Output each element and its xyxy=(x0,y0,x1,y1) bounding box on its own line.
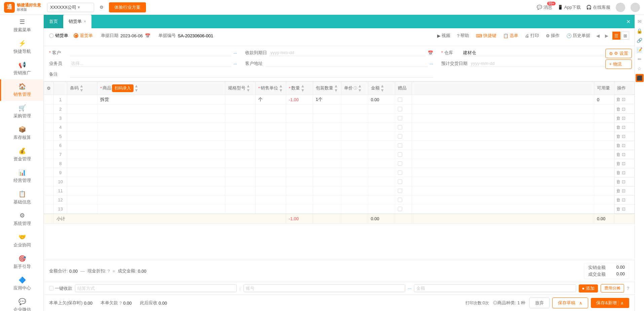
cell-amount-3[interactable] xyxy=(368,123,395,132)
cell-price-4[interactable] xyxy=(341,132,368,141)
one-click-pay-checkbox[interactable]: 一键收款 xyxy=(49,285,72,291)
cell-pkg-qty-8[interactable] xyxy=(313,168,341,177)
cell-amount-6[interactable] xyxy=(368,150,395,159)
tab-home[interactable]: 首页 xyxy=(44,15,63,28)
cell-barcode-7[interactable] xyxy=(67,159,98,168)
cell-price-5[interactable] xyxy=(341,141,368,150)
radio-sales-order[interactable]: 销货单 xyxy=(49,33,68,39)
sidebar-item-quick-nav[interactable]: ⚡ 快捷导航 xyxy=(0,36,43,58)
sidebar-item-search[interactable]: ☰ 搜索菜单 xyxy=(0,15,43,36)
delete-icon-4[interactable]: 🗑 xyxy=(616,134,620,139)
cell-spec-1[interactable] xyxy=(225,105,255,114)
save-draft-button[interactable]: 保存草稿 ∧ xyxy=(552,298,588,308)
cell-spec-9[interactable] xyxy=(225,177,255,186)
trial-button[interactable]: 体验行业方案 xyxy=(109,2,146,12)
cell-barcode-11[interactable] xyxy=(67,195,98,204)
sidebar-item-system[interactable]: ⚙ 系统管理 xyxy=(0,208,43,230)
cell-product-11[interactable] xyxy=(98,195,225,204)
save-draft-chevron-icon[interactable]: ∧ xyxy=(577,301,582,306)
cell-product-1[interactable] xyxy=(98,105,225,114)
delete-icon-8[interactable]: 🗑 xyxy=(616,170,620,175)
cell-product-9[interactable] xyxy=(98,177,225,186)
cell-pkg-qty-1[interactable] xyxy=(313,105,341,114)
unit-sort-icon[interactable]: ▲▼ xyxy=(279,84,283,92)
sidebar-item-inventory[interactable]: 📦 库存核算 xyxy=(0,122,43,144)
discount-help-icon[interactable]: ? xyxy=(108,269,110,274)
cell-qty-1[interactable] xyxy=(286,105,313,114)
sidebar-item-wechat[interactable]: 💬 企业微信 xyxy=(0,295,43,311)
right-panel-note-btn[interactable]: 📝 xyxy=(636,46,644,54)
cell-unit-9[interactable] xyxy=(255,177,286,186)
expense-help-icon[interactable]: ? xyxy=(627,286,629,291)
operate-btn[interactable]: ⚙ 操作 xyxy=(544,32,562,39)
cell-qty-6[interactable] xyxy=(286,150,313,159)
cell-unit-4[interactable] xyxy=(255,132,286,141)
cell-barcode-1[interactable] xyxy=(67,105,98,114)
cell-unit-12[interactable] xyxy=(255,204,286,214)
delete-icon-5[interactable]: 🗑 xyxy=(616,143,620,148)
cell-product-10[interactable] xyxy=(98,186,225,195)
delete-icon-11[interactable]: 🗑 xyxy=(616,197,620,202)
cell-gift-2[interactable] xyxy=(395,114,412,123)
cell-product-6[interactable] xyxy=(98,150,225,159)
salesman-input[interactable] xyxy=(70,60,231,67)
payment-method-input[interactable] xyxy=(75,284,237,292)
cell-gift-1[interactable] xyxy=(395,105,412,114)
customer-input[interactable] xyxy=(70,49,231,56)
cell-price-2[interactable] xyxy=(341,114,368,123)
cell-barcode-3[interactable] xyxy=(67,123,98,132)
copy-icon-1[interactable]: ⊡ xyxy=(622,107,626,112)
nav-next-icon[interactable]: ▶ xyxy=(604,33,610,39)
cell-gift-7[interactable] xyxy=(395,159,412,168)
sidebar-item-finance[interactable]: 💰 资金管理 xyxy=(0,144,43,165)
cell-unit-5[interactable] xyxy=(255,141,286,150)
expected-date-input[interactable] xyxy=(469,60,622,67)
cell-barcode-0[interactable] xyxy=(67,95,98,105)
sidebar-item-basic[interactable]: 📋 基础信息 xyxy=(0,187,43,208)
delete-icon-1[interactable]: 🗑 xyxy=(616,107,620,112)
cell-price-6[interactable] xyxy=(341,150,368,159)
company-select[interactable]: XXXXXX公司 ▾ xyxy=(47,3,94,12)
sidebar-item-sales[interactable]: 🏠 销售管理 xyxy=(0,79,43,101)
cell-amount-4[interactable] xyxy=(368,132,395,141)
cell-pkg-qty-0[interactable]: 1个 xyxy=(313,95,341,105)
cell-gift-10[interactable] xyxy=(395,186,412,195)
due-date-calendar-icon[interactable]: 📅 xyxy=(428,50,433,55)
cell-gift-0[interactable] xyxy=(395,95,412,105)
cell-qty-2[interactable] xyxy=(286,114,313,123)
cell-price-12[interactable] xyxy=(341,204,368,214)
cell-pkg-qty-11[interactable] xyxy=(313,195,341,204)
cell-amount-1[interactable] xyxy=(368,105,395,114)
expense-btn[interactable]: 费用分摊 xyxy=(601,284,624,293)
delete-icon-7[interactable]: 🗑 xyxy=(616,161,620,166)
save-new-chevron-icon[interactable]: ∧ xyxy=(618,301,624,306)
cell-barcode-4[interactable] xyxy=(67,132,98,141)
video-btn[interactable]: ▶ 视频 xyxy=(435,32,452,39)
discard-button[interactable]: 放弃 xyxy=(529,298,550,308)
cell-pkg-qty-5[interactable] xyxy=(313,141,341,150)
copy-icon-0[interactable]: ⊡ xyxy=(622,97,626,102)
cell-amount-12[interactable] xyxy=(368,204,395,214)
cell-product-0[interactable]: 拆货 xyxy=(98,95,225,105)
sidebar-item-enterprise[interactable]: 🤝 企业协同 xyxy=(0,230,43,251)
cell-qty-7[interactable] xyxy=(286,159,313,168)
cell-pkg-qty-7[interactable] xyxy=(313,159,341,168)
window-close-icon[interactable]: ✕ xyxy=(626,19,631,25)
radio-return-order[interactable]: 退货单 xyxy=(74,33,93,39)
online-service-btn[interactable]: 🎧 在线客服 xyxy=(586,4,610,10)
cell-qty-3[interactable] xyxy=(286,123,313,132)
copy-icon-9[interactable]: ⊡ xyxy=(622,179,626,184)
cell-unit-11[interactable] xyxy=(255,195,286,204)
print-btn[interactable]: 🖨 打印 xyxy=(523,32,541,39)
scan-btn[interactable]: 扫码录入 xyxy=(112,84,134,92)
cell-gift-4[interactable] xyxy=(395,132,412,141)
account-lookup-icon[interactable]: ··· xyxy=(408,286,412,291)
add-payment-btn[interactable]: ● 添加 xyxy=(579,284,598,293)
salesman-lookup-icon[interactable]: ··· xyxy=(233,61,237,66)
cell-pkg-qty-10[interactable] xyxy=(313,186,341,195)
delete-icon-12[interactable]: 🗑 xyxy=(616,206,620,211)
spec-sort-icon[interactable]: ▲▼ xyxy=(246,84,251,92)
delete-icon-9[interactable]: 🗑 xyxy=(616,179,620,184)
cell-price-1[interactable] xyxy=(341,105,368,114)
settings-button[interactable]: ⚙ ⚙ 设置 xyxy=(605,49,632,58)
